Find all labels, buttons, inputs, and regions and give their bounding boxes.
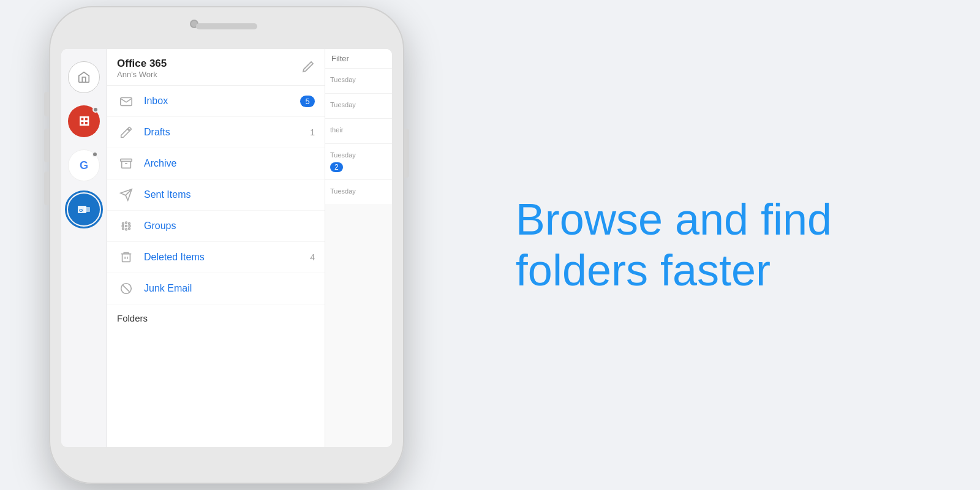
phone-mockup: ⊞ G O bbox=[49, 6, 404, 484]
account-title: Office 365 bbox=[117, 58, 301, 70]
folder-item-archive[interactable]: Archive bbox=[107, 148, 325, 179]
folder-item-sent[interactable]: Sent Items bbox=[107, 179, 325, 211]
sent-label: Sent Items bbox=[144, 189, 315, 200]
preview-row-2: Tuesday bbox=[325, 94, 392, 119]
inbox-icon bbox=[117, 94, 135, 108]
preview-day-4: Tuesday bbox=[330, 151, 387, 159]
svg-point-12 bbox=[129, 223, 130, 225]
email-preview-panel: Filter Tuesday Tuesday their Tuesday 2 T… bbox=[325, 49, 392, 447]
deleted-count: 4 bbox=[310, 252, 315, 262]
archive-icon bbox=[117, 157, 135, 170]
deleted-label: Deleted Items bbox=[144, 252, 310, 263]
phone-button-mute bbox=[44, 92, 49, 116]
drafts-icon bbox=[117, 126, 135, 139]
deleted-icon bbox=[117, 251, 135, 264]
phone-button-volume-down bbox=[44, 172, 49, 205]
svg-rect-5 bbox=[121, 159, 132, 162]
phone-screen: ⊞ G O bbox=[61, 49, 392, 447]
groups-icon bbox=[117, 219, 135, 233]
folder-item-deleted[interactable]: Deleted Items 4 bbox=[107, 242, 325, 273]
folder-item-drafts[interactable]: Drafts 1 bbox=[107, 117, 325, 148]
groups-label: Groups bbox=[144, 221, 315, 232]
filter-label: Filter bbox=[331, 54, 349, 63]
phone-speaker bbox=[196, 23, 257, 29]
tagline-line2: folders faster bbox=[516, 245, 832, 296]
notification-dot-google bbox=[92, 151, 98, 157]
folder-item-groups[interactable]: Groups bbox=[107, 211, 325, 242]
account-outlook[interactable]: O bbox=[68, 194, 100, 225]
svg-rect-15 bbox=[123, 254, 130, 262]
svg-point-9 bbox=[126, 222, 127, 224]
sent-icon bbox=[117, 188, 135, 202]
preview-badge-4: 2 bbox=[330, 162, 343, 172]
archive-label: Archive bbox=[144, 158, 315, 169]
preview-day-5: Tuesday bbox=[330, 187, 387, 195]
folder-item-inbox[interactable]: Inbox 5 bbox=[107, 86, 325, 117]
svg-point-7 bbox=[122, 225, 124, 227]
svg-text:O: O bbox=[79, 208, 83, 213]
account-subtitle: Ann's Work bbox=[117, 70, 301, 79]
preview-day-3: their bbox=[330, 126, 387, 134]
svg-point-14 bbox=[129, 228, 130, 230]
filter-header: Filter bbox=[325, 49, 392, 69]
account-header: Office 365 Ann's Work bbox=[107, 49, 325, 86]
right-content: Browse and find folders faster bbox=[355, 157, 980, 333]
inbox-badge: 5 bbox=[300, 96, 315, 107]
svg-point-6 bbox=[126, 225, 127, 227]
tagline-line1: Browse and find bbox=[516, 194, 832, 245]
office365-icon: ⊞ bbox=[78, 113, 89, 129]
compose-button[interactable] bbox=[301, 60, 315, 77]
google-icon: G bbox=[80, 159, 88, 172]
drafts-count: 1 bbox=[310, 127, 315, 137]
preview-day-2: Tuesday bbox=[330, 101, 387, 108]
svg-point-10 bbox=[126, 228, 127, 230]
phone-button-power bbox=[404, 129, 409, 178]
phone-button-volume-up bbox=[44, 129, 49, 162]
phone-body: ⊞ G O bbox=[49, 6, 404, 484]
folder-panel: Office 365 Ann's Work bbox=[107, 49, 325, 447]
folders-section-header: Folders bbox=[107, 304, 325, 328]
svg-point-8 bbox=[129, 225, 130, 227]
svg-point-11 bbox=[123, 223, 124, 225]
junk-label: Junk Email bbox=[144, 283, 315, 294]
account-google[interactable]: G bbox=[68, 149, 100, 181]
notification-dot bbox=[92, 107, 99, 113]
junk-icon bbox=[117, 282, 135, 295]
svg-point-13 bbox=[123, 228, 124, 230]
preview-row-4: Tuesday 2 bbox=[325, 144, 392, 180]
account-header-info: Office 365 Ann's Work bbox=[117, 58, 301, 79]
preview-row-3: their bbox=[325, 119, 392, 144]
preview-day-1: Tuesday bbox=[330, 76, 387, 83]
folder-item-junk[interactable]: Junk Email bbox=[107, 273, 325, 304]
account-office365[interactable]: ⊞ bbox=[68, 105, 100, 137]
home-button[interactable] bbox=[68, 61, 100, 93]
preview-row-1: Tuesday bbox=[325, 69, 392, 94]
svg-rect-2 bbox=[84, 207, 90, 212]
tagline: Browse and find folders faster bbox=[516, 194, 832, 296]
inbox-label: Inbox bbox=[144, 96, 300, 107]
drafts-label: Drafts bbox=[144, 127, 310, 138]
accounts-sidebar: ⊞ G O bbox=[61, 49, 107, 447]
outlook-icon: O bbox=[75, 201, 92, 218]
folder-list: Inbox 5 Drafts 1 bbox=[107, 86, 325, 447]
preview-row-5: Tuesday bbox=[325, 180, 392, 205]
